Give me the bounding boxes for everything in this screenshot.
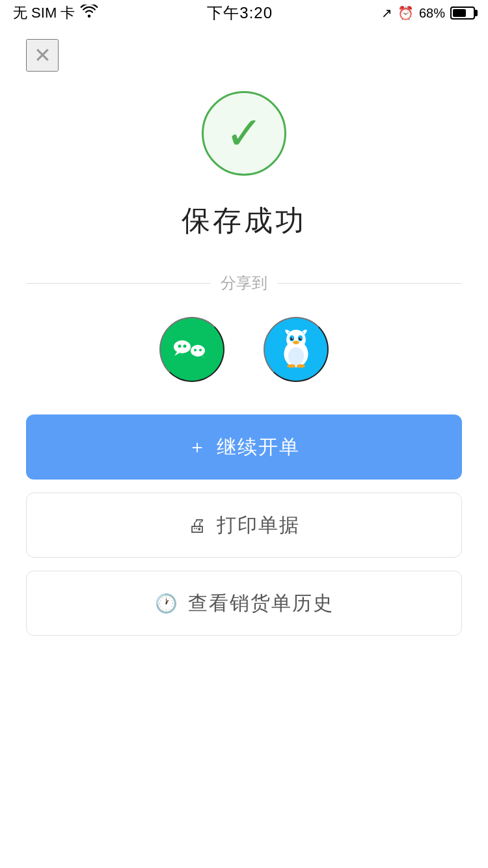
- share-divider-row: 分享到: [26, 273, 462, 293]
- checkmark-icon: ✓: [225, 111, 264, 156]
- qq-icon: [277, 329, 316, 371]
- svg-point-15: [292, 337, 293, 338]
- share-wechat-button[interactable]: [159, 317, 224, 382]
- status-bar: 无 SIM 卡 下午3:20 ↗ ⏰ 68%: [0, 0, 488, 26]
- success-indicator: ✓: [202, 91, 286, 176]
- close-icon: ✕: [34, 45, 51, 66]
- svg-point-2: [191, 345, 205, 357]
- divider-left: [26, 283, 210, 284]
- continue-label: 继续开单: [217, 434, 300, 461]
- status-time: 下午3:20: [207, 3, 273, 23]
- close-button[interactable]: ✕: [26, 39, 59, 72]
- clock-icon: 🕐: [155, 593, 179, 614]
- svg-point-14: [299, 337, 302, 340]
- share-label: 分享到: [221, 273, 267, 293]
- svg-point-17: [293, 340, 299, 344]
- svg-point-5: [194, 349, 197, 351]
- svg-point-6: [199, 349, 202, 351]
- location-icon: ↗: [381, 5, 392, 21]
- history-button[interactable]: 🕐 查看销货单历史: [26, 571, 462, 636]
- continue-button[interactable]: ＋ 继续开单: [26, 414, 462, 480]
- print-label: 打印单据: [217, 512, 300, 539]
- page-content: ✕ ✓ 保存成功 分享到: [0, 26, 488, 868]
- battery-text: 68%: [419, 6, 445, 21]
- share-section: 分享到: [26, 273, 462, 382]
- printer-icon: 🖨: [188, 515, 208, 536]
- svg-point-16: [301, 337, 302, 338]
- svg-point-20: [297, 364, 305, 368]
- svg-point-1: [174, 340, 191, 353]
- history-label: 查看销货单历史: [188, 590, 334, 617]
- svg-point-18: [288, 347, 304, 365]
- svg-point-4: [183, 345, 187, 348]
- battery-icon: [450, 7, 475, 20]
- plus-icon: ＋: [188, 435, 208, 459]
- divider-right: [278, 283, 462, 284]
- svg-point-13: [290, 337, 293, 340]
- success-title: 保存成功: [182, 202, 306, 240]
- status-left: 无 SIM 卡: [13, 3, 98, 23]
- print-button[interactable]: 🖨 打印单据: [26, 493, 462, 558]
- wechat-icon: [173, 332, 211, 366]
- action-buttons: ＋ 继续开单 🖨 打印单据 🕐 查看销货单历史: [26, 414, 462, 636]
- svg-point-3: [178, 345, 182, 348]
- status-right: ↗ ⏰ 68%: [381, 5, 475, 21]
- carrier-text: 无 SIM 卡: [13, 3, 75, 23]
- share-qq-button[interactable]: [264, 317, 329, 382]
- svg-point-10: [286, 329, 306, 349]
- share-icons-row: [159, 317, 329, 382]
- svg-point-19: [287, 364, 295, 368]
- alarm-icon: ⏰: [398, 5, 414, 21]
- wifi-icon: [80, 5, 98, 21]
